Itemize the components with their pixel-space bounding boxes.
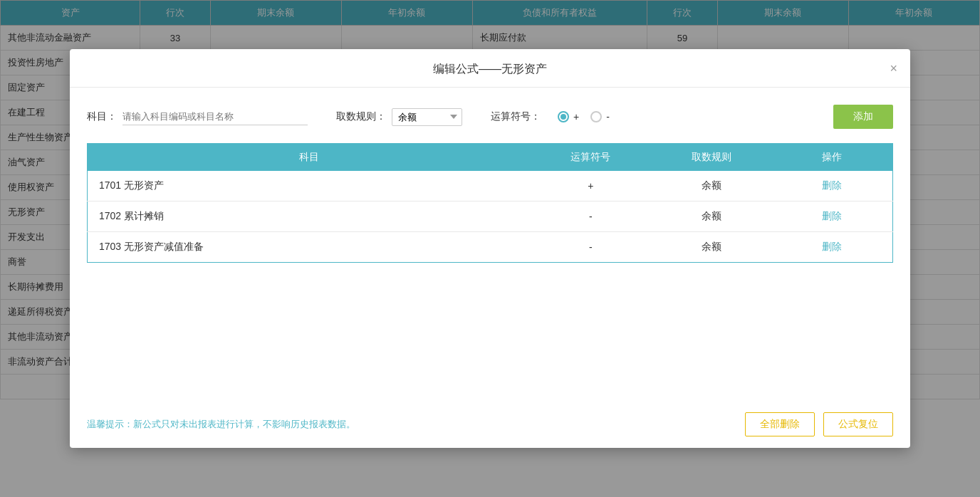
rule-select[interactable]: 余额 借方发生额 贷方发生额 期初余额	[392, 108, 462, 126]
formula-rule: 余额	[651, 232, 772, 263]
formula-subject: 1703 无形资产减值准备	[88, 232, 531, 263]
modal-body: 科目： 取数规则： 余额 借方发生额 贷方发生额 期初余额 运算符号：	[70, 88, 910, 401]
delete-link[interactable]: 删除	[822, 210, 842, 221]
delete-link[interactable]: 删除	[822, 179, 842, 191]
subject-label: 科目：	[87, 110, 117, 123]
add-button[interactable]: 添加	[833, 105, 893, 129]
formula-row: 1702 累计摊销 - 余额 删除	[88, 202, 893, 232]
modal-header: 编辑公式——无形资产 ×	[70, 49, 910, 88]
table-header-rule: 取数规则	[651, 144, 772, 172]
reset-formula-button[interactable]: 公式复位	[823, 412, 893, 436]
modal-overlay: 编辑公式——无形资产 × 科目： 取数规则： 余额 借方发生额 贷方发生额 期初…	[0, 0, 980, 497]
subject-input[interactable]	[123, 108, 308, 125]
formula-rule: 余额	[651, 171, 772, 202]
radio-minus-circle	[590, 111, 602, 122]
delete-link[interactable]: 删除	[822, 241, 842, 252]
footer-tip: 温馨提示：新公式只对未出报表进行计算，不影响历史报表数据。	[87, 418, 355, 431]
rule-group: 取数规则： 余额 借方发生额 贷方发生额 期初余额	[336, 108, 462, 126]
operator-plus-label: +	[573, 111, 579, 122]
formula-row: 1701 无形资产 + 余额 删除	[88, 171, 893, 202]
formula-operator: +	[531, 171, 652, 202]
formula-action: 删除	[772, 171, 893, 202]
footer-buttons: 全部删除 公式复位	[745, 412, 893, 436]
formula-action: 删除	[772, 202, 893, 232]
form-row: 科目： 取数规则： 余额 借方发生额 贷方发生额 期初余额 运算符号：	[87, 105, 893, 129]
operator-label: 运算符号：	[491, 110, 541, 123]
formula-rule: 余额	[651, 202, 772, 232]
operator-minus-label: -	[606, 111, 610, 122]
formula-operator: -	[531, 202, 652, 232]
radio-plus-circle	[558, 111, 569, 122]
table-header-subject: 科目	[88, 144, 531, 172]
formula-operator: -	[531, 232, 652, 263]
modal: 编辑公式——无形资产 × 科目： 取数规则： 余额 借方发生额 贷方发生额 期初…	[70, 49, 910, 448]
rule-label: 取数规则：	[336, 110, 386, 123]
operator-plus-radio[interactable]: +	[558, 111, 579, 122]
table-header-action: 操作	[772, 144, 893, 172]
operator-group: 运算符号： + -	[491, 110, 610, 123]
formula-subject: 1702 累计摊销	[88, 202, 531, 232]
operator-minus-radio[interactable]: -	[590, 111, 610, 122]
formula-action: 删除	[772, 232, 893, 263]
formula-table: 科目 运算符号 取数规则 操作 1701 无形资产 + 余额 删除 1702 累…	[87, 143, 893, 263]
modal-title: 编辑公式——无形资产	[433, 62, 547, 77]
delete-all-button[interactable]: 全部删除	[745, 412, 815, 436]
modal-footer: 温馨提示：新公式只对未出报表进行计算，不影响历史报表数据。 全部删除 公式复位	[70, 401, 910, 448]
close-icon[interactable]: ×	[890, 62, 897, 75]
table-header-operator: 运算符号	[531, 144, 652, 172]
formula-subject: 1701 无形资产	[88, 171, 531, 202]
formula-row: 1703 无形资产减值准备 - 余额 删除	[88, 232, 893, 263]
